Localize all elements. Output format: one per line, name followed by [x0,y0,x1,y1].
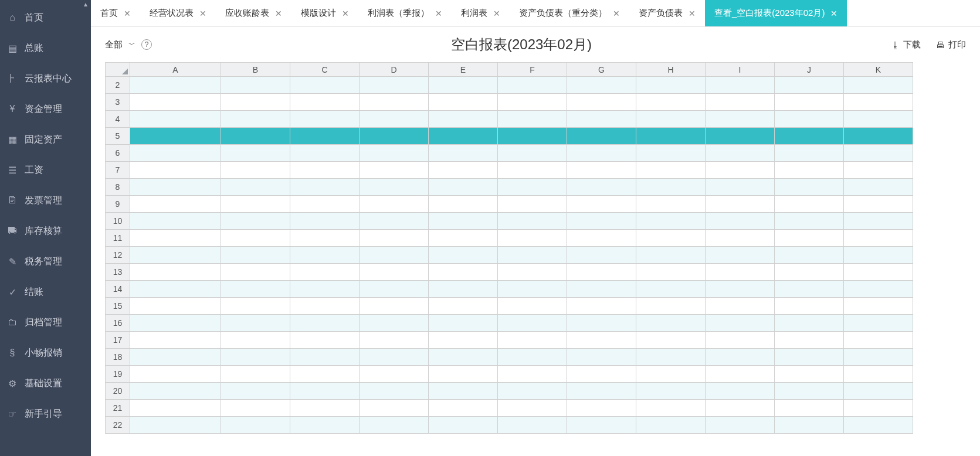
cell-J14[interactable] [775,281,844,298]
cell-C9[interactable] [290,196,360,213]
cell-H6[interactable] [636,145,706,162]
cell-J7[interactable] [775,162,844,179]
cell-H13[interactable] [636,264,706,281]
row-header-20[interactable]: 20 [106,383,130,400]
col-header-A[interactable]: A [130,63,221,77]
tab-6[interactable]: 资产负债表（重分类）✕ [510,0,629,26]
cell-F3[interactable] [498,94,567,111]
cell-G13[interactable] [567,264,636,281]
close-icon[interactable]: ✕ [613,9,620,18]
cell-D6[interactable] [360,145,429,162]
cell-G4[interactable] [567,111,636,128]
select-all-corner[interactable] [106,63,130,77]
cell-B9[interactable] [221,196,290,213]
row-header-17[interactable]: 17 [106,332,130,349]
cell-E6[interactable] [429,145,498,162]
cell-D22[interactable] [360,417,429,434]
cell-H4[interactable] [636,111,706,128]
cell-G16[interactable] [567,315,636,332]
cell-C6[interactable] [290,145,360,162]
cell-B12[interactable] [221,247,290,264]
cell-I17[interactable] [706,332,775,349]
cell-F16[interactable] [498,315,567,332]
col-header-C[interactable]: C [290,63,360,77]
cell-E20[interactable] [429,383,498,400]
cell-A22[interactable] [130,417,221,434]
sidebar-item-5[interactable]: ☰工资 [0,155,91,185]
cell-I20[interactable] [706,383,775,400]
sidebar-item-8[interactable]: ✎税务管理 [0,246,91,277]
cell-B19[interactable] [221,366,290,383]
cell-D15[interactable] [360,298,429,315]
cell-C2[interactable] [290,77,360,94]
cell-I2[interactable] [706,77,775,94]
tab-2[interactable]: 应收账龄表✕ [216,0,291,26]
row-header-18[interactable]: 18 [106,349,130,366]
cell-B21[interactable] [221,400,290,417]
close-icon[interactable]: ✕ [493,9,500,18]
cell-H8[interactable] [636,179,706,196]
cell-C21[interactable] [290,400,360,417]
cell-H9[interactable] [636,196,706,213]
cell-D10[interactable] [360,213,429,230]
cell-J12[interactable] [775,247,844,264]
row-header-15[interactable]: 15 [106,298,130,315]
cell-B15[interactable] [221,298,290,315]
download-button[interactable]: ⭳ 下载 [891,39,921,50]
row-header-3[interactable]: 3 [106,94,130,111]
close-icon[interactable]: ✕ [199,9,206,18]
cell-K4[interactable] [844,111,913,128]
cell-D20[interactable] [360,383,429,400]
cell-J13[interactable] [775,264,844,281]
cell-A16[interactable] [130,315,221,332]
cell-F11[interactable] [498,230,567,247]
row-header-10[interactable]: 10 [106,213,130,230]
cell-C10[interactable] [290,213,360,230]
cell-C22[interactable] [290,417,360,434]
scroll-up-icon[interactable]: ▴ [84,0,87,8]
cell-D13[interactable] [360,264,429,281]
col-header-G[interactable]: G [567,63,636,77]
col-header-B[interactable]: B [221,63,290,77]
cell-F2[interactable] [498,77,567,94]
cell-E4[interactable] [429,111,498,128]
cell-A7[interactable] [130,162,221,179]
sidebar-item-9[interactable]: ✓结账 [0,277,91,307]
row-header-13[interactable]: 13 [106,264,130,281]
cell-J20[interactable] [775,383,844,400]
cell-G8[interactable] [567,179,636,196]
cell-I3[interactable] [706,94,775,111]
sidebar-item-7[interactable]: ⛟库存核算 [0,216,91,246]
cell-A11[interactable] [130,230,221,247]
cell-F9[interactable] [498,196,567,213]
cell-G11[interactable] [567,230,636,247]
cell-G19[interactable] [567,366,636,383]
cell-F20[interactable] [498,383,567,400]
cell-H11[interactable] [636,230,706,247]
cell-J4[interactable] [775,111,844,128]
cell-A19[interactable] [130,366,221,383]
cell-G10[interactable] [567,213,636,230]
cell-E18[interactable] [429,349,498,366]
cell-C14[interactable] [290,281,360,298]
cell-J6[interactable] [775,145,844,162]
cell-B20[interactable] [221,383,290,400]
print-button[interactable]: 🖶 打印 [936,39,966,50]
cell-B5[interactable] [221,128,290,145]
spreadsheet[interactable]: ABCDEFGHIJK23456789101112131415161718192… [91,62,980,456]
tab-1[interactable]: 经营状况表✕ [140,0,216,26]
cell-I14[interactable] [706,281,775,298]
cell-K2[interactable] [844,77,913,94]
cell-F8[interactable] [498,179,567,196]
cell-H15[interactable] [636,298,706,315]
cell-I7[interactable] [706,162,775,179]
cell-K11[interactable] [844,230,913,247]
cell-E7[interactable] [429,162,498,179]
cell-K3[interactable] [844,94,913,111]
cell-E15[interactable] [429,298,498,315]
cell-D7[interactable] [360,162,429,179]
cell-K8[interactable] [844,179,913,196]
cell-K20[interactable] [844,383,913,400]
row-header-9[interactable]: 9 [106,196,130,213]
filter-dropdown[interactable]: 全部 ﹀ [105,39,135,50]
